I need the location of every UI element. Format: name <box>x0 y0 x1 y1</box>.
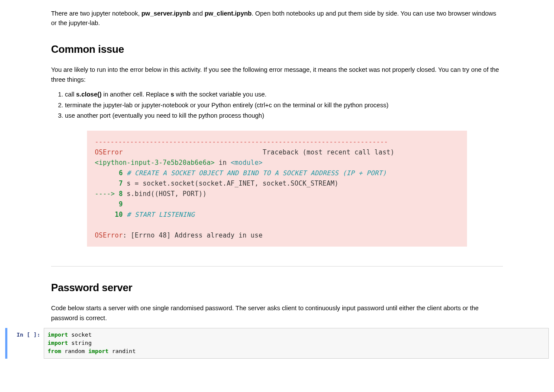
password-server-para: Code below starts a server with one sing… <box>51 303 503 323</box>
file-pw-server: pw_server.ipynb <box>142 10 191 17</box>
cell-input[interactable]: import socket import string from random … <box>44 328 549 359</box>
common-issue-para: You are likely to run into the error bel… <box>51 65 503 84</box>
jupyter-cell[interactable]: In [ ]: import socket import string from… <box>5 328 549 359</box>
fix-list: call s.close() in another cell. Replace … <box>51 90 503 120</box>
heading-common-issue: Common issue <box>51 41 503 57</box>
cell-prompt: In [ ]: <box>9 328 44 339</box>
error-screenshot: ----------------------------------------… <box>51 131 503 249</box>
file-pw-client: pw_client.ipynb <box>205 10 252 17</box>
fix-item-3: use another port (eventually you need to… <box>65 111 503 120</box>
fix-item-1: call s.close() in another cell. Replace … <box>65 90 503 99</box>
section-divider <box>51 266 503 267</box>
intro-text: There are two jupyter notebook, <box>51 10 142 17</box>
intro-and: and <box>190 10 204 17</box>
heading-password-server: Password server <box>51 280 503 296</box>
fix-item-2: terminate the jupyter-lab or jupyter-not… <box>65 100 503 110</box>
traceback-box: ----------------------------------------… <box>87 131 467 247</box>
intro-paragraph: There are two jupyter notebook, pw_serve… <box>51 9 503 28</box>
